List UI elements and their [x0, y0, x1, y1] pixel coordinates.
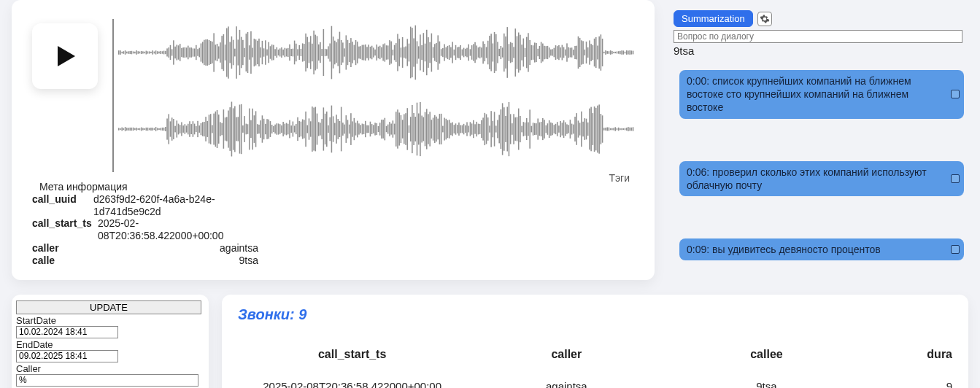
svg-rect-173	[396, 43, 397, 62]
startdate-input[interactable]	[16, 326, 118, 338]
svg-rect-490	[390, 124, 392, 135]
update-button[interactable]: UPDATE	[16, 300, 201, 314]
svg-rect-105	[286, 49, 288, 57]
svg-rect-414	[268, 120, 269, 139]
utterance[interactable]: 0:00: список крупнейших компаний на ближ…	[679, 70, 964, 119]
svg-rect-621	[602, 115, 603, 142]
svg-rect-363	[186, 125, 188, 132]
svg-rect-46	[190, 47, 192, 58]
svg-rect-68	[226, 28, 228, 77]
svg-rect-629	[614, 127, 616, 131]
svg-rect-640	[633, 127, 634, 131]
svg-rect-571	[521, 126, 522, 133]
summarization-button[interactable]: Summarization	[674, 10, 753, 27]
svg-rect-636	[626, 128, 628, 131]
svg-rect-238	[501, 46, 502, 59]
svg-rect-106	[288, 48, 289, 57]
svg-rect-166	[385, 44, 386, 62]
svg-rect-466	[352, 121, 353, 136]
caller-input[interactable]	[16, 374, 198, 387]
svg-rect-82	[249, 45, 250, 60]
svg-rect-551	[489, 125, 490, 132]
svg-rect-282	[571, 47, 573, 57]
svg-rect-596	[562, 123, 563, 135]
svg-rect-585	[544, 120, 545, 139]
svg-rect-521	[441, 114, 442, 144]
right-panel: Summarization 9tsa 0:00: список крупнейш…	[668, 0, 968, 280]
svg-rect-525	[447, 120, 449, 138]
svg-rect-141	[344, 48, 345, 56]
svg-rect-117	[305, 34, 306, 71]
utterance[interactable]: 0:06: проверил сколько этих компаний исп…	[679, 161, 964, 196]
svg-rect-158	[371, 46, 373, 60]
gear-icon	[760, 14, 770, 24]
svg-rect-489	[389, 122, 390, 136]
svg-rect-630	[617, 128, 618, 131]
svg-rect-352	[168, 114, 169, 144]
svg-rect-161	[377, 44, 378, 61]
svg-rect-228	[485, 44, 486, 61]
svg-rect-511	[425, 112, 426, 147]
svg-rect-360	[181, 123, 182, 136]
utterance-text: 0:06: проверил сколько этих компаний исп…	[687, 166, 927, 191]
enddate-label: EndDate	[16, 339, 201, 350]
settings-button[interactable]	[757, 12, 772, 26]
utterance-checkbox[interactable]	[951, 245, 960, 254]
svg-rect-234	[494, 32, 495, 73]
svg-rect-2	[120, 50, 121, 55]
svg-rect-501	[409, 125, 410, 133]
enddate-input[interactable]	[16, 350, 118, 362]
svg-rect-168	[387, 45, 389, 59]
svg-rect-151	[360, 46, 361, 59]
svg-rect-603	[573, 125, 574, 134]
svg-rect-313	[621, 50, 622, 55]
table-row[interactable]: 2025-02-08T20:36:58.422000+00:00 againts…	[238, 376, 952, 388]
svg-rect-599	[566, 124, 568, 133]
svg-rect-121	[312, 44, 313, 61]
svg-rect-77	[241, 37, 242, 69]
svg-rect-565	[512, 123, 513, 135]
svg-rect-474	[365, 121, 366, 137]
svg-rect-635	[625, 128, 626, 131]
svg-rect-5	[125, 50, 126, 55]
svg-rect-230	[487, 41, 489, 65]
svg-rect-358	[178, 124, 180, 135]
svg-rect-80	[246, 34, 247, 71]
svg-rect-339	[147, 128, 149, 131]
svg-rect-553	[493, 121, 494, 138]
svg-rect-615	[593, 113, 594, 145]
svg-rect-257	[531, 45, 533, 61]
svg-rect-129	[325, 49, 326, 56]
waveform-top[interactable]	[118, 19, 634, 86]
dialog-question-input[interactable]	[674, 30, 962, 43]
svg-rect-274	[558, 45, 560, 60]
svg-rect-122	[313, 31, 315, 74]
svg-rect-613	[589, 109, 590, 150]
utterance-checkbox[interactable]	[951, 174, 960, 183]
svg-rect-362	[185, 124, 186, 134]
svg-rect-1	[118, 50, 120, 55]
svg-rect-29	[163, 51, 165, 55]
svg-rect-442	[313, 108, 315, 151]
utterance-checkbox[interactable]	[951, 90, 960, 98]
svg-rect-207	[450, 47, 452, 58]
svg-rect-355	[173, 119, 174, 139]
svg-rect-488	[387, 125, 389, 134]
waveform-bottom[interactable]	[118, 96, 634, 163]
svg-rect-303	[605, 50, 606, 55]
svg-rect-399	[244, 116, 245, 142]
svg-rect-233	[493, 44, 494, 62]
svg-rect-589	[550, 123, 552, 136]
svg-rect-90	[262, 41, 263, 64]
svg-rect-304	[606, 51, 608, 54]
svg-rect-498	[404, 115, 405, 144]
svg-rect-123	[315, 35, 317, 71]
svg-rect-372	[201, 123, 202, 135]
svg-rect-7	[128, 51, 129, 54]
svg-rect-211	[457, 47, 458, 58]
utterance[interactable]: 0:09: вы удивитесь девяносто процентов	[679, 238, 964, 260]
svg-rect-284	[574, 46, 576, 59]
svg-rect-609	[582, 122, 584, 136]
svg-rect-506	[417, 103, 418, 156]
play-button[interactable]	[32, 23, 98, 89]
